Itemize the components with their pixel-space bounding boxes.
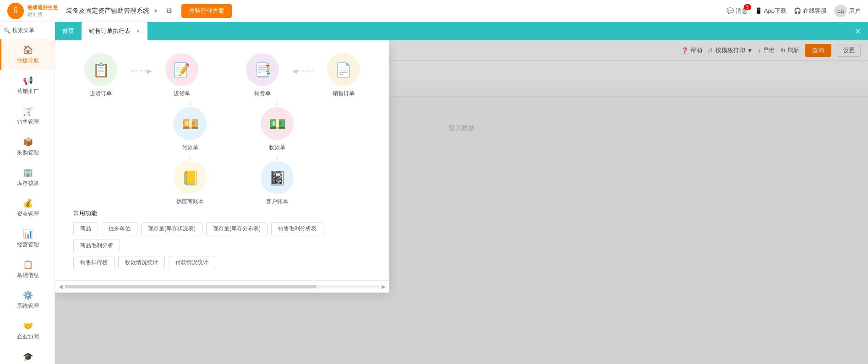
cf-btn-inventory-distribution[interactable]: 现存量(库存分布表)	[206, 222, 267, 235]
flow-node-purchase-order[interactable]: 📋 进货订单	[73, 53, 129, 98]
sidebar-item-system[interactable]: ⚙️ 系统管理	[0, 285, 55, 315]
cf-btn-payment-stats[interactable]: 付款情况统计	[169, 256, 215, 269]
flow-row-3: 💴 付款单 💵 收款单	[73, 107, 371, 152]
arrow-down-sales: ↓	[247, 98, 307, 107]
search-icon: 🔍	[4, 27, 11, 34]
scroll-right-btn[interactable]: ▶	[382, 283, 386, 290]
sidebar-item-label: 快捷导航	[17, 57, 39, 65]
flow-node-supplier-ledger[interactable]: 📒 供应商账本	[160, 161, 220, 206]
tab-sales-order[interactable]: 销售订单执行表 ✕	[82, 22, 147, 40]
scroll-track[interactable]	[65, 285, 380, 288]
sidebar-item-label: 系统管理	[17, 302, 39, 310]
logo-icon: 6	[7, 3, 24, 19]
ops-icon: 📊	[23, 229, 33, 239]
sales-bill-icon: 📑	[254, 62, 271, 78]
enterprise-icon: 🤝	[23, 321, 33, 331]
sidebar-item-inventory[interactable]: 🏢 库存核算	[0, 162, 55, 193]
sales-icon: 🛒	[23, 106, 33, 116]
sidebar-item-quick-guide[interactable]: 🏠 快捷导航	[0, 39, 55, 70]
cf-btn-product[interactable]: 商品	[73, 222, 98, 235]
flow-node-sales-order[interactable]: 📄 销售订单	[316, 53, 371, 98]
sales-order-icon: 📄	[335, 62, 352, 78]
purchase-bill-circle: 📝	[165, 53, 198, 86]
page-content: ❓ 帮助 🖨 按模板打印 ▼ ↑ 导出 ↻ 刷新 查询 设置	[55, 40, 868, 364]
purchase-order-circle: 📋	[84, 53, 117, 86]
sidebar-item-label: 企业协同	[17, 333, 39, 341]
popup-panel: 📋 进货订单 ▶	[55, 40, 389, 293]
online-service-btn[interactable]: 🎧 在线客服	[794, 7, 827, 15]
payment-in-circle: 💵	[261, 107, 294, 140]
message-btn[interactable]: 💬 5 消息	[726, 7, 748, 15]
phone-icon: 📱	[755, 7, 762, 14]
sales-bill-circle: 📑	[246, 53, 279, 86]
flow-node-sales-bill[interactable]: 📑 销货单	[235, 53, 290, 98]
system-dropdown-icon[interactable]: ▼	[153, 8, 158, 14]
payment-out-icon: 💴	[182, 116, 199, 132]
inventory-icon: 🏢	[23, 168, 33, 178]
app-download-label: App下载	[764, 7, 786, 15]
flow-node-customer-ledger[interactable]: 📓 客户账本	[247, 161, 307, 206]
cf-btn-sales-ranking[interactable]: 销售排行榜	[73, 256, 115, 269]
customer-ledger-circle: 📓	[261, 161, 294, 194]
purchase-bill-label: 进货单	[174, 90, 190, 98]
flow-node-purchase-bill[interactable]: 📝 进货单	[154, 53, 209, 98]
tab-close-icon[interactable]: ✕	[136, 28, 140, 34]
top-header: 6 畅康通好生意标准版 装备及固定资产辅助管理系统 ▼ ⚙ 体验行业方案 💬 5…	[0, 0, 868, 22]
flow-node-payment-in[interactable]: 💵 收款单	[247, 107, 307, 152]
avatar: Ea	[834, 5, 847, 17]
sidebar-item-label: 基础信息	[17, 272, 39, 279]
arrow-2: ◀	[290, 67, 316, 84]
customer-ledger-icon: 📓	[269, 170, 286, 186]
logo-area: 6 畅康通好生意标准版	[7, 3, 62, 19]
main-layout: 🔍 搜索菜单 🏠 快捷导航 📢 营销推广 🛒 销售管理 📦 采购管理 🏢 库存核…	[0, 22, 868, 364]
sidebar-item-purchase[interactable]: 📦 采购管理	[0, 131, 55, 162]
sidebar-item-label: 资金管理	[17, 210, 39, 218]
sidebar-item-label: 经营管理	[17, 241, 39, 249]
cf-btn-sales-profit[interactable]: 销售毛利分析表	[271, 222, 323, 235]
cf-buttons-row2: 销售排行榜 收款情况统计 付款情况统计	[73, 256, 371, 269]
user-area[interactable]: Ea 用户	[834, 5, 861, 17]
content-area: 首页 销售订单执行表 ✕ ✕ ❓ 帮助 🖨 按模板打印 ▼	[55, 22, 868, 364]
system-icon: ⚙️	[23, 290, 33, 300]
sidebar-search[interactable]: 🔍 搜索菜单	[0, 22, 55, 39]
cf-btn-product-profit[interactable]: 商品毛利分析	[73, 239, 120, 252]
cf-btn-partner[interactable]: 往来单位	[102, 222, 137, 235]
supplier-ledger-circle: 📒	[174, 161, 207, 194]
close-all-tabs-btn[interactable]: ✕	[855, 27, 861, 36]
sidebar-item-operations[interactable]: 📊 经营管理	[0, 223, 55, 254]
scroll-left-btn[interactable]: ◀	[59, 283, 63, 290]
flow-row-1: 📋 进货订单 ▶	[73, 53, 371, 98]
sidebar-item-label: 销售管理	[17, 118, 39, 126]
sidebar-item-newbie[interactable]: 🎓 新手引导	[0, 346, 55, 364]
home-icon: 🏠	[23, 45, 33, 55]
payment-in-icon: 💵	[269, 116, 286, 132]
settings-icon[interactable]: ⚙	[166, 6, 172, 15]
purchase-order-icon: 📋	[93, 62, 109, 78]
sidebar-item-basic-info[interactable]: 📋 基础信息	[0, 254, 55, 285]
sales-bill-label: 销货单	[254, 90, 271, 98]
sidebar-item-enterprise[interactable]: 🤝 企业协同	[0, 315, 55, 346]
marketing-icon: 📢	[23, 76, 33, 86]
app-download-btn[interactable]: 📱 App下载	[755, 7, 786, 15]
sidebar-item-marketing[interactable]: 📢 营销推广	[0, 70, 55, 101]
sidebar-item-sales[interactable]: 🛒 销售管理	[0, 101, 55, 131]
sales-order-tab-label: 销售订单执行表	[89, 27, 131, 35]
header-right: 💬 5 消息 📱 App下载 🎧 在线客服 Ea 用户	[726, 5, 861, 17]
sidebar-item-finance[interactable]: 💰 资金管理	[0, 193, 55, 223]
payment-out-circle: 💴	[174, 107, 207, 140]
arrow-1: ▶	[129, 67, 154, 84]
logo-text: 畅康通好生意标准版	[27, 4, 58, 17]
popup-scrollbar: ◀ ▶	[55, 280, 389, 293]
tab-home[interactable]: 首页	[55, 22, 82, 40]
cf-btn-inventory-status[interactable]: 现存量(库存状况表)	[141, 222, 202, 235]
sidebar-item-label: 库存核算	[17, 179, 39, 187]
sales-order-circle: 📄	[327, 53, 360, 86]
cf-btn-receipt-stats[interactable]: 收款情况统计	[118, 256, 165, 269]
newbie-icon: 🎓	[23, 352, 33, 362]
info-icon: 📋	[23, 260, 33, 270]
sidebar-search-label: 搜索菜单	[12, 27, 34, 34]
flow-node-payment-out[interactable]: 💴 付款单	[160, 107, 220, 152]
message-badge: 5	[744, 4, 751, 10]
experience-btn[interactable]: 体验行业方案	[181, 4, 232, 18]
arrow-down-paymentout: ↓	[160, 152, 220, 161]
